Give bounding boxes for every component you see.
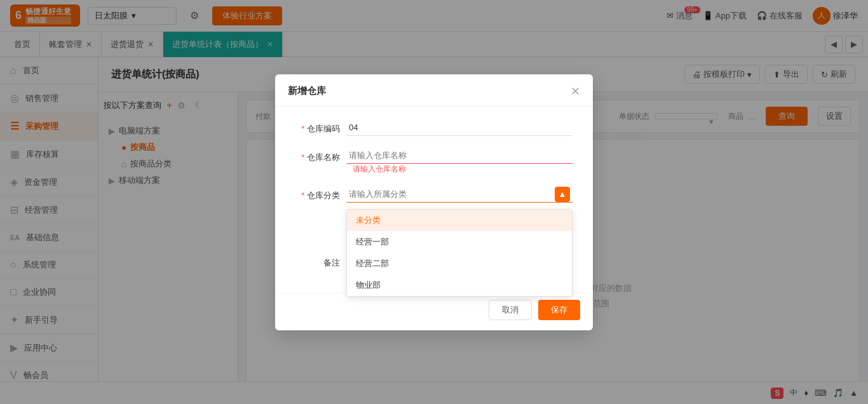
- dropdown-item-1[interactable]: 经营一部: [347, 231, 572, 253]
- warehouse-name-row: * 仓库名称 请输入仓库名称: [295, 147, 573, 175]
- dropdown-item-0[interactable]: 未分类: [347, 210, 572, 231]
- warehouse-code-row: * 仓库编码: [295, 119, 573, 136]
- modal-body: * 仓库编码 * 仓库名称 请输入仓库名称 *: [275, 107, 593, 288]
- modal-footer: 取消 保存: [275, 293, 593, 330]
- category-dropdown: 未分类 经营一部 经营二部 物业部: [346, 209, 573, 297]
- dropdown-item-2[interactable]: 经营二部: [347, 253, 572, 274]
- warehouse-category-label: * 仓库分类: [295, 186, 346, 201]
- modal-title: 新增仓库: [288, 85, 326, 97]
- category-toggle-button[interactable]: ▲: [555, 187, 570, 202]
- category-input[interactable]: [346, 186, 573, 203]
- modal-overlay: 新增仓库 ✕ * 仓库编码 * 仓库名称: [0, 0, 868, 404]
- modal-close-button[interactable]: ✕: [571, 84, 580, 98]
- warehouse-name-input[interactable]: [346, 147, 573, 164]
- warehouse-name-error: 请输入仓库名称: [353, 164, 406, 175]
- chevron-up-icon: ▲: [559, 189, 567, 199]
- add-warehouse-modal: 新增仓库 ✕ * 仓库编码 * 仓库名称: [275, 74, 593, 330]
- category-wrapper: ▲ 未分类 经营一部 经营二部 物业部: [346, 186, 573, 203]
- warehouse-remark-label: 备注: [295, 253, 346, 269]
- warehouse-name-label: * 仓库名称: [295, 148, 346, 163]
- cancel-button[interactable]: 取消: [489, 300, 532, 320]
- modal-header: 新增仓库 ✕: [275, 74, 593, 107]
- save-button[interactable]: 保存: [538, 300, 580, 320]
- dropdown-item-3[interactable]: 物业部: [347, 274, 572, 296]
- warehouse-category-row: * 仓库分类 ▲ 未分类 经营一部 经营二部 物业部: [295, 186, 573, 203]
- warehouse-code-label: * 仓库编码: [295, 119, 346, 135]
- warehouse-code-input[interactable]: [346, 119, 573, 136]
